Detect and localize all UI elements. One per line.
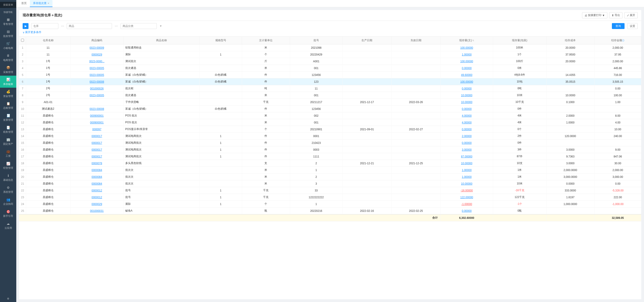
qty-link[interactable]: 87.00000 bbox=[461, 155, 472, 158]
qty-link[interactable]: 3.00000 bbox=[462, 148, 472, 151]
qty-link[interactable]: 4.00000 bbox=[462, 114, 472, 117]
product-input[interactable] bbox=[67, 23, 112, 29]
cell-name: POS显示率/库异常 bbox=[123, 126, 200, 133]
sidebar-item-salary[interactable]: 💼 工资 bbox=[0, 148, 16, 160]
cell-warehouse: 昌盛粮仓 bbox=[26, 133, 70, 139]
sidebar-item-invoice[interactable]: 🧾 发票管理 bbox=[0, 112, 16, 124]
code-link[interactable]: 0000012 bbox=[92, 189, 102, 192]
tab-inventory-batch[interactable]: 库存批次查 ✕ bbox=[30, 0, 52, 7]
sidebar-item-collab[interactable]: 👥 企业协同 bbox=[0, 196, 16, 208]
code-link[interactable]: 0023-00008 bbox=[90, 80, 104, 83]
sidebar-item-guide[interactable]: 🎯 新手引导 bbox=[0, 208, 16, 220]
code-link[interactable]: 0000017 bbox=[92, 141, 102, 144]
sidebar-item-purchase[interactable]: 📦 采购管理 bbox=[0, 64, 16, 76]
cell-batch: 001 bbox=[290, 119, 342, 126]
code-link[interactable]: 0000017 bbox=[92, 155, 102, 158]
code-link[interactable]: 0023-0000... bbox=[89, 60, 104, 63]
code-link[interactable]: 0000029 bbox=[92, 53, 102, 56]
qty-link[interactable]: 0.00000 bbox=[462, 141, 472, 144]
search-btn[interactable]: 查询 bbox=[612, 23, 624, 29]
sidebar-item-basic-info[interactable]: ℹ 基础信息 bbox=[0, 172, 16, 184]
close-tab-icon[interactable]: ✕ bbox=[48, 2, 49, 5]
category-input[interactable] bbox=[120, 23, 157, 29]
qty-link[interactable]: 100.00000 bbox=[460, 46, 473, 49]
expand-view-btn[interactable]: ⤢ 展开 bbox=[624, 12, 638, 18]
cell-prod-date bbox=[342, 65, 392, 72]
cell-qty-stock: 1个 bbox=[493, 51, 546, 58]
code-link[interactable]: 0023-00005 bbox=[90, 73, 104, 77]
category-dropdown-icon[interactable]: ▼ bbox=[160, 25, 162, 28]
sidebar-item-inventory[interactable]: 📊 库存核算 bbox=[0, 76, 16, 88]
sidebar-item-mini-ecommerce[interactable]: 🛒 小账电商 bbox=[0, 40, 16, 52]
qty-link[interactable]: 10.00000 bbox=[461, 94, 472, 97]
sidebar-item-system[interactable]: ⚙ 系统管理 bbox=[0, 184, 16, 196]
qty-link[interactable]: 10.00000 bbox=[461, 182, 472, 185]
code-link[interactable]: 0000084 bbox=[92, 182, 102, 185]
export-btn[interactable]: ⬆ 导出 bbox=[609, 12, 622, 18]
cell-exp-date bbox=[392, 78, 441, 85]
sidebar-item-management[interactable]: 📈 经营管理 bbox=[0, 160, 16, 172]
sidebar-item-retail[interactable]: ▦ 零售管理 bbox=[0, 16, 16, 28]
qty-sort-icon[interactable]: ⇅ bbox=[472, 39, 474, 42]
sidebar-item-finance[interactable]: 💰 资金管理 bbox=[0, 88, 16, 100]
qty-link[interactable]: 122.00000 bbox=[460, 196, 473, 199]
qty-link[interactable]: 0.00000 bbox=[462, 67, 472, 70]
code-link[interactable]: 0000017 bbox=[92, 134, 102, 138]
code-link[interactable]: 0000078 bbox=[92, 162, 102, 165]
tab-home[interactable]: 首页 bbox=[18, 0, 30, 7]
qty-link[interactable]: 49.60000 bbox=[461, 73, 472, 77]
sidebar-item-fixed-assets[interactable]: 🏢 固定资产 bbox=[0, 136, 16, 148]
code-link[interactable]: 001000031 bbox=[90, 209, 104, 213]
qty-link[interactable]: 100.00000 bbox=[460, 60, 473, 63]
code-link[interactable]: 000900001 bbox=[90, 121, 104, 124]
code-link[interactable]: 000097 bbox=[92, 128, 101, 131]
qty-link[interactable]: 100.00000 bbox=[460, 80, 473, 83]
sidebar-item-wholesale[interactable]: ▤ 批发管理 bbox=[0, 28, 16, 40]
qty-link[interactable]: 4.00000 bbox=[462, 121, 472, 124]
sidebar-item-ledger[interactable]: 📋 总账管理 bbox=[0, 100, 16, 112]
print-btn[interactable]: 🖨 按摘要打印 ▼ bbox=[582, 12, 607, 18]
code-link[interactable]: 0000012 bbox=[92, 196, 102, 199]
qty-link[interactable]: -16.00000 bbox=[460, 189, 473, 192]
cell-qty-stock: 0件 bbox=[493, 139, 546, 146]
code-link[interactable]: 0023-00009 bbox=[90, 46, 104, 49]
filter-toggle-btn[interactable]: ▶ bbox=[22, 23, 28, 29]
guide-icon: 🎯 bbox=[1, 210, 16, 214]
settings-btn[interactable]: 设置 bbox=[627, 23, 638, 29]
sidebar-search[interactable]: 搜索菜单 bbox=[0, 2, 16, 8]
qty-link[interactable]: 10.00000 bbox=[461, 101, 472, 104]
qty-link[interactable]: 0.00000 bbox=[462, 209, 472, 213]
qty-link[interactable]: 2.00000 bbox=[462, 134, 472, 138]
cell-prod-date bbox=[342, 78, 392, 85]
qty-link[interactable]: 0.00000 bbox=[462, 87, 472, 90]
qty-link[interactable]: 0.00000 bbox=[462, 107, 472, 111]
code-link[interactable]: 001000026 bbox=[90, 87, 104, 90]
expand-conditions-btn[interactable]: ∨ 展开更多条件 bbox=[22, 30, 638, 34]
sidebar-settings-btn[interactable]: ⚙ bbox=[0, 295, 16, 302]
code-link[interactable]: 0000084 bbox=[92, 175, 102, 179]
qty-link[interactable]: 0.00000 bbox=[462, 128, 472, 131]
code-link[interactable]: 0000029 bbox=[92, 203, 102, 206]
qty-link[interactable]: -1.00000 bbox=[461, 203, 472, 206]
sidebar-item-cloud[interactable]: ☁ 云应用 bbox=[0, 220, 16, 232]
select-all-checkbox[interactable] bbox=[21, 39, 24, 42]
cell-qty-main: 100.00000 bbox=[440, 44, 493, 51]
code-link[interactable]: 000900001 bbox=[90, 114, 104, 117]
code-link[interactable]: 0023-00005 bbox=[90, 94, 104, 97]
cell-name: 测试电商批次 bbox=[123, 139, 200, 146]
cell-qty-main: 0.00000 bbox=[440, 106, 493, 112]
qty-link[interactable]: 10.00000 bbox=[461, 162, 472, 165]
warehouse-input[interactable] bbox=[31, 23, 58, 29]
code-link[interactable]: 0000017 bbox=[92, 148, 102, 151]
qty-link[interactable]: 1.00000 bbox=[462, 175, 472, 179]
qty-link[interactable]: 1.00000 bbox=[462, 169, 472, 172]
code-link[interactable]: 0000084 bbox=[92, 169, 102, 172]
col-prod-date: 生产日期 bbox=[342, 37, 392, 44]
code-link[interactable]: 0023-00005 bbox=[90, 67, 104, 70]
sidebar-item-ecommerce[interactable]: 🖥 电商管理 bbox=[0, 52, 16, 64]
qty-link[interactable]: 1.00000 bbox=[462, 53, 472, 56]
code-link[interactable]: 0023-00008 bbox=[90, 107, 104, 111]
cell-exp-date bbox=[392, 187, 441, 194]
sidebar-nav[interactable]: 快捷导航 bbox=[0, 9, 16, 16]
sidebar-item-tax[interactable]: 📑 税务管理 bbox=[0, 124, 16, 136]
